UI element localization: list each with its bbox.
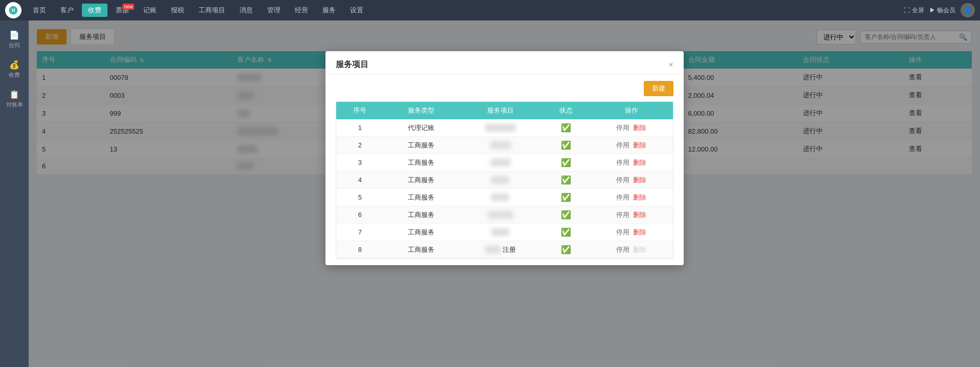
delete-button[interactable]: 删除 [633,159,646,166]
modal-cell-status: ✅ [542,137,590,154]
service-modal: 服务项目 × 新建 序号 服务类型 服务项目 [325,51,684,265]
modal-cell-item: ■■■ [459,137,542,154]
stop-button[interactable]: 停用 [616,193,629,201]
modal-cell-type: 代理记账 [384,119,459,137]
modal-cell-action: 停用 删除 [590,137,673,154]
modal-cell-action: 停用 删除 [590,119,673,137]
modal-header: 服务项目 × [325,51,684,75]
nav-manage[interactable]: 管理 [261,4,287,17]
charge-icon: 💰 [9,59,19,70]
modal-cell-seq: 6 [336,206,384,224]
modal-cell-seq: 5 [336,189,384,206]
status-check-icon: ✅ [561,228,571,236]
modal-cell-item: ■■ [459,189,542,206]
top-nav-right: ⛶ 全屏 ▶ 畅会员 👤 [904,3,975,17]
nav-settings[interactable]: 设置 [344,4,369,17]
modal-cell-action: 停用 删除 [590,189,673,206]
avatar[interactable]: 👤 [961,3,975,17]
delete-button[interactable]: 删除 [633,141,646,149]
modal-table-row: 4 工商服务 ■■ ✅ 停用 删除 [336,171,673,189]
modal-col-seq: 序号 [336,102,384,119]
app-logo [5,2,21,18]
modal-cell-type: 工商服务 [384,206,459,224]
modal-cell-type: 工商服务 [384,189,459,206]
statement-icon: 📋 [9,89,19,99]
nav-service[interactable]: 服务 [316,4,342,17]
sidebar-item-contract[interactable]: 📄 合同 [0,26,29,53]
modal-table-row: 5 工商服务 ■■ ✅ 停用 删除 [336,189,673,206]
modal-cell-type: 工商服务 [384,154,459,171]
modal-cell-action: 停用 删除 [590,224,673,241]
status-check-icon: ✅ [561,141,571,149]
nav-client[interactable]: 客户 [54,4,80,17]
modal-cell-status: ✅ [542,241,590,258]
modal-table-row: 7 工商服务 ■■ ✅ 停用 删除 [336,224,673,241]
modal-toolbar: 新建 [336,81,673,96]
status-check-icon: ✅ [561,210,571,219]
nav-message[interactable]: 消息 [233,4,259,17]
sidebar-item-statement[interactable]: 📋 对账单 [0,85,29,113]
modal-cell-status: ✅ [542,224,590,241]
stop-button[interactable]: 停用 [616,246,629,253]
stop-button[interactable]: 停用 [616,228,629,236]
stop-button[interactable]: 停用 [616,176,629,184]
layout: 📄 合同 💰 收费 📋 对账单 新增 服务项目 进行中 全部 已完成 已暂停 [0,20,980,367]
fullscreen-button[interactable]: ⛶ 全屏 [904,6,924,15]
modal-table-row: 2 工商服务 ■■■ ✅ 停用 删除 [336,137,673,154]
modal-col-type: 服务类型 [384,102,459,119]
modal-new-button[interactable]: 新建 [644,81,673,96]
modal-table-row: 3 工商服务 ■■■ ✅ 停用 删除 [336,154,673,171]
modal-cell-status: ✅ [542,119,590,137]
service-table: 序号 服务类型 服务项目 状态 操作 1 代理记账 [336,102,673,258]
modal-table-wrapper: 序号 服务类型 服务项目 状态 操作 1 代理记账 [336,101,673,259]
modal-cell-type: 工商服务 [384,171,459,189]
nav-charge[interactable]: 收费 [82,4,107,17]
modal-table-row: 1 代理记账 ■■■■ 1 ✅ 停用 删除 [336,119,673,137]
modal-cell-seq: 1 [336,119,384,137]
modal-cell-seq: 8 [336,241,384,258]
sidebar-item-charge[interactable]: 💰 收费 [0,55,29,83]
sidebar: 📄 合同 💰 收费 📋 对账单 [0,20,29,367]
modal-body: 新建 序号 服务类型 服务项目 状态 操作 [325,75,684,265]
nav-operation[interactable]: 经营 [289,4,314,17]
stop-button[interactable]: 停用 [616,159,629,166]
modal-cell-action: 停用 删除 [590,241,673,258]
main-content: 新增 服务项目 进行中 全部 已完成 已暂停 🔍 序号 [29,20,980,367]
nav-home[interactable]: 首页 [27,4,52,17]
modal-col-action: 操作 [590,102,673,119]
member-icon: ▶ [929,7,935,14]
delete-button[interactable]: 删除 [633,124,646,132]
status-check-icon: ✅ [561,176,571,184]
modal-cell-action: 停用 删除 [590,171,673,189]
modal-cell-status: ✅ [542,206,590,224]
delete-button[interactable]: 删除 [633,193,646,201]
delete-button[interactable]: 删除 [633,176,646,184]
modal-cell-item: ■■ [459,171,542,189]
member-button[interactable]: ▶ 畅会员 [929,6,955,15]
modal-cell-type: 工商服务 [384,224,459,241]
status-check-icon: ✅ [561,158,571,167]
modal-col-status: 状态 [542,102,590,119]
nav-tax[interactable]: 报税 [165,4,190,17]
delete-button[interactable]: 删除 [633,228,646,236]
nav-invoice[interactable]: 票据 new [110,4,135,17]
modal-cell-status: ✅ [542,154,590,171]
delete-button[interactable]: 删除 [633,211,646,219]
modal-cell-type: 工商服务 [384,137,459,154]
stop-button[interactable]: 停用 [616,124,629,132]
modal-title: 服务项目 [336,59,368,70]
modal-col-item: 服务项目 [459,102,542,119]
modal-cell-action: 停用 删除 [590,206,673,224]
modal-close-button[interactable]: × [668,60,673,70]
top-navigation: 首页 客户 收费 票据 new 记账 报税 工商项目 消息 管理 经营 服务 设… [0,0,980,20]
nav-business[interactable]: 工商项目 [192,4,231,17]
invoice-badge: new [122,4,134,10]
stop-button[interactable]: 停用 [616,211,629,219]
nav-bookkeeping[interactable]: 记账 [137,4,163,17]
modal-cell-seq: 3 [336,154,384,171]
delete-button-disabled: 删除 [633,246,646,253]
modal-cell-status: ✅ [542,189,590,206]
modal-overlay[interactable]: 服务项目 × 新建 序号 服务类型 服务项目 [29,20,980,367]
stop-button[interactable]: 停用 [616,141,629,149]
modal-cell-seq: 7 [336,224,384,241]
